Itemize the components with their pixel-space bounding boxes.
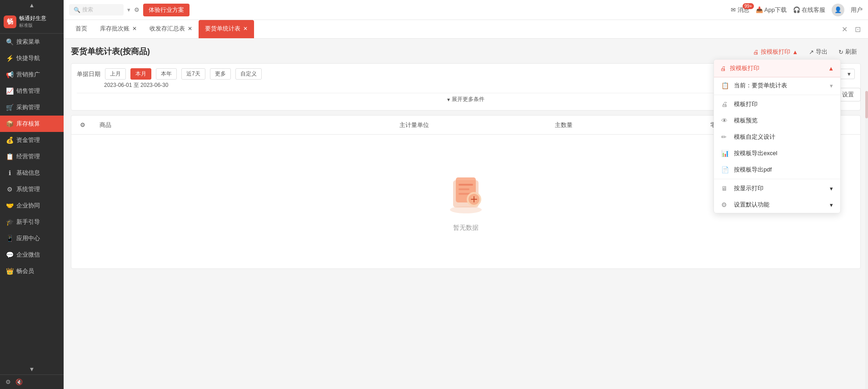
topbar-gear-icon[interactable]: ⚙ <box>134 6 140 13</box>
settings-bottom-icon[interactable]: ⚙ <box>5 379 11 385</box>
tab-order-stats[interactable]: 要货单统计表 ✕ <box>199 20 254 38</box>
sidebar-item-shortcut[interactable]: ⚡ 快捷导航 <box>0 50 64 66</box>
trial-button[interactable]: 体验行业方案 <box>143 4 190 16</box>
sidebar-item-basic-info[interactable]: ℹ 基础信息 <box>0 165 64 181</box>
dropdown-item-current[interactable]: 📋 当前：要货单统计表 ▾ <box>714 77 840 94</box>
content-actions-bar: 🖨 按模板打印 ▲ ↗ 导出 ↻ 刷新 <box>749 46 861 58</box>
empty-text: 暂无数据 <box>453 224 479 232</box>
dropdown-item-template-print[interactable]: 🖨 模板打印 <box>714 96 840 112</box>
sidebar-item-system[interactable]: ⚙ 系统管理 <box>0 181 64 197</box>
sidebar-item-label: 快捷导航 <box>16 54 40 62</box>
info-icon: ℹ <box>5 169 14 177</box>
pdf-export-icon: 📄 <box>721 166 729 173</box>
sidebar-item-label: 资金管理 <box>16 136 40 144</box>
filter-more[interactable]: 更多 <box>210 68 231 80</box>
dropdown-divider-1 <box>714 95 840 95</box>
filter-this-month[interactable]: 本月 <box>130 68 151 80</box>
download-icon: 📥 <box>756 6 763 13</box>
tab-close-order-stats[interactable]: ✕ <box>243 25 248 32</box>
template-preview-icon: 👁 <box>721 117 729 124</box>
wechat-icon: 💬 <box>5 251 14 259</box>
tab-home[interactable]: 首页 <box>69 20 94 38</box>
dropdown-header: 🖨 按模板打印 ▲ <box>714 60 840 77</box>
dropdown-close-chevron[interactable]: ▲ <box>828 65 834 72</box>
mobile-icon: 📱 <box>5 234 14 242</box>
dropdown-item-export-pdf[interactable]: 📄 按模板导出pdf <box>714 162 840 178</box>
sidebar-item-label: 新手引导 <box>16 218 40 226</box>
display-print-icon: 🖥 <box>721 185 729 192</box>
megaphone-icon: 📢 <box>5 71 14 79</box>
sidebar-item-label: 库存核算 <box>16 120 40 128</box>
tab-close-receive-summary[interactable]: ✕ <box>188 25 192 32</box>
tab-label: 要货单统计表 <box>205 25 240 33</box>
headset-icon: 🎧 <box>793 6 800 13</box>
scrollbar-thumb[interactable] <box>865 91 868 118</box>
money-icon: 💰 <box>5 136 14 144</box>
tab-expand-button[interactable]: ⊡ <box>853 25 863 34</box>
sidebar-item-guide[interactable]: 🎓 新手引导 <box>0 214 64 230</box>
sidebar-item-enterprise[interactable]: 🤝 企业协同 <box>0 197 64 214</box>
gear-icon: ⚙ <box>5 185 14 193</box>
tab-receive-summary[interactable]: 收发存汇总表 ✕ <box>143 20 199 38</box>
dropdown-item-export-excel[interactable]: 📊 按模板导出excel <box>714 145 840 162</box>
search-icon: 🔍 <box>74 7 80 13</box>
search-placeholder: 搜索 <box>82 6 93 14</box>
sidebar-item-purchase[interactable]: 🛒 采购管理 <box>0 99 64 116</box>
tab-label: 收发存汇总表 <box>150 25 185 33</box>
refresh-button[interactable]: ↻ 刷新 <box>835 46 861 58</box>
sidebar-item-label: 采购管理 <box>16 103 40 111</box>
export-button[interactable]: ↗ 导出 <box>805 46 831 58</box>
table-settings-col[interactable]: ⚙ <box>71 121 94 128</box>
sidebar-item-label: 企业微信 <box>16 251 40 259</box>
dropdown-item-label: 模板自定义设计 <box>734 133 775 141</box>
filter-7days[interactable]: 近7天 <box>181 68 205 80</box>
dropdown-sub-display-left: 🖥 按显示打印 <box>721 184 763 192</box>
table-col-qty: 主数量 <box>549 121 705 129</box>
tab-inventory-batch[interactable]: 库存批次账 ✕ <box>94 20 143 38</box>
sidebar-item-member[interactable]: 👑 畅会员 <box>0 263 64 279</box>
filter-last-month[interactable]: 上月 <box>105 68 126 80</box>
message-icon: ✉ <box>731 6 736 13</box>
current-template-icon: 📋 <box>721 82 729 89</box>
sidebar-item-finance[interactable]: 💰 资金管理 <box>0 132 64 148</box>
sound-icon[interactable]: 🔇 <box>15 379 23 385</box>
svg-rect-4 <box>459 188 469 190</box>
dropdown-sub-set-default[interactable]: ⚙ 设置默认功能 ▾ <box>714 197 840 213</box>
date-filter-label: 单据日期 <box>77 70 100 78</box>
dropdown-item-template-preview[interactable]: 👁 模板预览 <box>714 112 840 129</box>
filter-custom[interactable]: 自定义 <box>235 68 262 80</box>
app-download-link[interactable]: 📥 App下载 <box>756 6 787 14</box>
sidebar: ▲ 畅 畅通好生意 标准版 🔍 搜索菜单 ⚡ 快捷导航 📢 营销推广 📈 销售管… <box>0 0 64 389</box>
messages-count: 99+ <box>743 3 754 9</box>
sidebar-scroll-down[interactable]: ▼ <box>0 364 64 374</box>
expand-icon: ▾ <box>447 96 450 103</box>
tab-close-all-button[interactable]: ✕ <box>840 25 849 34</box>
table-settings-icon[interactable]: ⚙ <box>80 121 85 128</box>
sidebar-item-marketing[interactable]: 📢 营销推广 <box>0 66 64 83</box>
sidebar-item-search[interactable]: 🔍 搜索菜单 <box>0 34 64 50</box>
dropdown-item-label: 模板预览 <box>734 116 758 125</box>
user-avatar[interactable]: 👤 <box>832 4 844 16</box>
table-col-product: 商品 <box>94 121 394 129</box>
dropdown-item-label: 按模板导出pdf <box>734 166 772 174</box>
crown-icon: 👑 <box>5 267 14 275</box>
online-service-link[interactable]: 🎧 在线客服 <box>793 6 825 14</box>
username-label: 用户 <box>851 6 863 14</box>
sidebar-item-wechat[interactable]: 💬 企业微信 <box>0 247 64 263</box>
tab-close-inventory-batch[interactable]: ✕ <box>132 25 137 32</box>
sidebar-item-operations[interactable]: 📋 经营管理 <box>0 148 64 165</box>
sidebar-item-inventory[interactable]: 📦 库存核算 <box>0 116 64 132</box>
sidebar-scroll-up[interactable]: ▲ <box>0 0 64 10</box>
lightning-icon: ⚡ <box>5 54 14 62</box>
messages-badge-container[interactable]: ✉ 消息 99+ <box>731 6 749 14</box>
dropdown-sub-display-print[interactable]: 🖥 按显示打印 ▾ <box>714 180 840 197</box>
print-button[interactable]: 🖨 按模板打印 ▲ <box>749 46 802 58</box>
sidebar-item-sales[interactable]: 📈 销售管理 <box>0 83 64 99</box>
topbar-chevron[interactable]: ▾ <box>127 6 130 13</box>
filter-this-year[interactable]: 本年 <box>156 68 177 80</box>
set-default-icon: ⚙ <box>721 201 729 208</box>
sidebar-item-apps[interactable]: 📱 应用中心 <box>0 230 64 247</box>
dropdown-item-template-design[interactable]: ✏ 模板自定义设计 <box>714 129 840 145</box>
topbar-search-box[interactable]: 🔍 搜索 <box>69 4 124 15</box>
print-dropdown-menu: 🖨 按模板打印 ▲ 📋 当前：要货单统计表 ▾ 🖨 模板打印 👁 模板预览 ✏ <box>713 59 841 213</box>
